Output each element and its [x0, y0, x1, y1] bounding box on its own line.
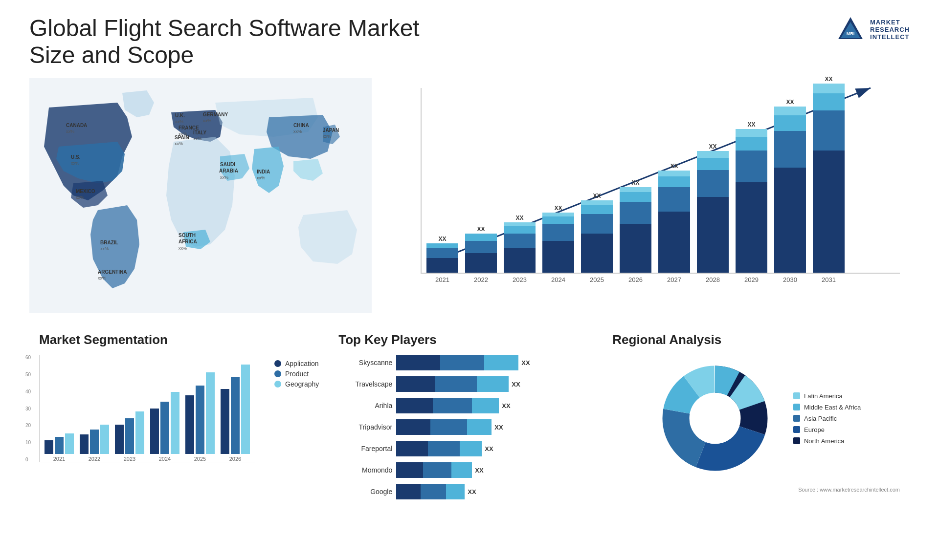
svg-text:SPAIN: SPAIN	[175, 135, 189, 140]
seg-group-2025: 2025	[185, 372, 215, 462]
seg-group-2023: 2023	[115, 411, 144, 462]
player-name-arihla: Arihla	[338, 402, 392, 409]
legend-north-america: North America	[793, 437, 861, 445]
bar-2027: XX	[658, 163, 690, 273]
seg-group-2024: 2024	[150, 392, 179, 462]
donut-area: Latin America Middle East & Africa Asia …	[651, 355, 861, 482]
player-row-momondo: Momondo XX	[338, 462, 593, 478]
bar-2023: XX	[504, 215, 536, 273]
player-val-google: XX	[468, 488, 476, 495]
player-val-tripadvisor: XX	[494, 424, 503, 431]
svg-text:MEXICO: MEXICO	[76, 189, 95, 194]
player-val-skyscanne: XX	[521, 359, 530, 366]
svg-text:CANADA: CANADA	[66, 123, 87, 128]
legend-latin-america: Latin America	[793, 392, 861, 400]
svg-text:ARABIA: ARABIA	[219, 168, 238, 173]
svg-text:SOUTH: SOUTH	[179, 233, 196, 238]
svg-text:GERMANY: GERMANY	[203, 112, 228, 117]
seg-legend-geography: Geography	[274, 380, 319, 388]
seg-group-2026: 2026	[221, 365, 250, 462]
svg-text:ARGENTINA: ARGENTINA	[98, 269, 127, 275]
svg-text:U.S.: U.S.	[71, 154, 81, 160]
header: Global Flight Search Software Market Siz…	[29, 15, 910, 68]
logo: MRI MARKET RESEARCH INTELLECT	[836, 15, 910, 44]
player-name-skyscanne: Skyscanne	[338, 359, 392, 366]
seg-legend-product: Product	[274, 370, 319, 378]
bar-2029: XX	[736, 121, 767, 273]
bar-2025: XX	[581, 193, 613, 273]
svg-text:xx%: xx%	[257, 175, 265, 180]
svg-text:xx%: xx%	[100, 246, 109, 251]
market-segmentation: Market Segmentation 0 10 20 30 40 50 60	[29, 327, 329, 510]
players-title: Top Key Players	[338, 332, 593, 347]
svg-text:INDIA: INDIA	[257, 169, 270, 174]
svg-text:BRAZIL: BRAZIL	[100, 240, 118, 245]
europe-square	[793, 426, 800, 433]
seg-y-labels: 0 10 20 30 40 50 60	[25, 355, 31, 462]
north-america-square	[793, 437, 800, 444]
logo-text: MARKET RESEARCH INTELLECT	[870, 19, 910, 41]
bar-2022: XX	[465, 226, 497, 273]
regional-analysis: Regional Analysis	[603, 327, 910, 510]
regional-title: Regional Analysis	[612, 332, 721, 347]
svg-text:AFRICA: AFRICA	[179, 239, 197, 244]
source-text: Source : www.marketresearchintellect.com	[798, 487, 900, 493]
svg-text:xx%: xx%	[220, 175, 228, 180]
player-name-fareportal: Fareportal	[338, 445, 392, 452]
player-row-skyscanne: Skyscanne XX	[338, 355, 593, 370]
bar-2030: XX	[774, 99, 806, 273]
x-axis-labels: 2021 2022 2023 2024 2025 2026 2027 2028 …	[422, 274, 900, 283]
player-name-momondo: Momondo	[338, 466, 392, 474]
player-row-tripadvisor: Tripadvisor XX	[338, 419, 593, 435]
bar-2028: XX	[697, 143, 729, 273]
svg-text:xx%: xx%	[323, 134, 331, 139]
player-name-google: Google	[338, 488, 392, 495]
svg-text:SAUDI: SAUDI	[220, 162, 235, 167]
seg-group-2021: 2021	[45, 433, 74, 462]
player-val-arihla: XX	[502, 402, 510, 409]
page-title: Global Flight Search Software Market Siz…	[29, 15, 470, 68]
svg-text:xx%: xx%	[175, 141, 183, 146]
geography-dot	[274, 381, 281, 388]
svg-text:xx%: xx%	[175, 119, 183, 124]
seg-content: 0 10 20 30 40 50 60	[39, 355, 319, 462]
seg-legend-application: Application	[274, 360, 319, 367]
seg-chart-wrapper: 0 10 20 30 40 50 60	[39, 355, 255, 462]
player-row-travelscape: Travelscape XX	[338, 376, 593, 392]
seg-group-2022: 2022	[80, 425, 109, 462]
player-row-fareportal: Fareportal XX	[338, 441, 593, 456]
svg-text:xx%: xx%	[98, 276, 106, 280]
svg-text:ITALY: ITALY	[193, 130, 207, 135]
key-players: Top Key Players Skyscanne XX Travelscape	[329, 327, 603, 510]
map-container: CANADA xx% U.S. xx% MEXICO xx% BRAZIL xx…	[29, 78, 372, 313]
player-row-google: Google XX	[338, 484, 593, 499]
bars-group: XX XX	[426, 88, 845, 273]
svg-point-43	[690, 393, 740, 444]
application-dot	[274, 360, 281, 367]
latin-america-square	[793, 392, 800, 399]
player-row-arihla: Arihla XX	[338, 398, 593, 413]
svg-text:xx%: xx%	[66, 129, 74, 134]
page: Global Flight Search Software Market Siz…	[0, 0, 939, 560]
bar-2024: XX	[542, 205, 574, 273]
regional-legend: Latin America Middle East & Africa Asia …	[793, 392, 861, 445]
logo-icon: MRI	[836, 15, 865, 44]
player-name-tripadvisor: Tripadvisor	[338, 423, 392, 431]
bottom-section: Market Segmentation 0 10 20 30 40 50 60	[29, 327, 910, 510]
svg-text:U.K.: U.K.	[175, 113, 185, 118]
middle-east-africa-square	[793, 404, 800, 410]
legend-europe: Europe	[793, 426, 861, 433]
main-bar-chart-container: XX XX	[391, 78, 910, 313]
bar-2026: XX	[620, 179, 651, 273]
svg-text:xx%: xx%	[293, 129, 302, 134]
svg-text:xx%: xx%	[179, 246, 187, 251]
svg-text:JAPAN: JAPAN	[323, 128, 339, 133]
player-val-travelscape: XX	[512, 381, 520, 388]
svg-text:xx%: xx%	[193, 136, 201, 141]
player-val-momondo: XX	[475, 467, 483, 474]
asia-pacific-square	[793, 415, 800, 422]
svg-text:xx%: xx%	[203, 118, 211, 123]
donut-chart-svg	[651, 355, 779, 482]
player-name-travelscape: Travelscape	[338, 380, 392, 388]
legend-middle-east-africa: Middle East & Africa	[793, 404, 861, 411]
